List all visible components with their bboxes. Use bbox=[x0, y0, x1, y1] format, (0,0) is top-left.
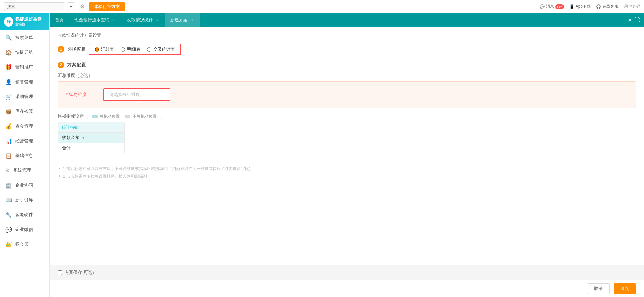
gift-icon: 🎁 bbox=[5, 64, 12, 70]
section1-number: 1 bbox=[58, 46, 64, 53]
tab-cashflow-label: 现金银行流水查询 bbox=[74, 17, 109, 23]
legend-draggable-label: 可拖动位置 bbox=[100, 114, 120, 119]
service-item[interactable]: 🎧 在线客服 bbox=[596, 4, 619, 9]
sidebar-item-quicknav[interactable]: 🏠 快捷导航 bbox=[0, 45, 49, 60]
indicator-cell-amount[interactable]: 收款金额 ▼ bbox=[58, 133, 124, 143]
query-button[interactable]: 查询 bbox=[614, 283, 636, 294]
sidebar-item-finance[interactable]: 💰 资金管理 bbox=[0, 119, 49, 134]
vertical-dim-row: * 纵向维度 —— 请选择分组维度 bbox=[66, 88, 628, 101]
section1-title: 选择模板 bbox=[67, 46, 86, 52]
indicator-header-label: 模板指标设定（ bbox=[58, 113, 88, 119]
download-item[interactable]: 📱 App下载 bbox=[569, 4, 591, 9]
tab-expand-icon[interactable]: ⛶ bbox=[635, 17, 640, 23]
sidebar-item-newbie[interactable]: 📖 新手引导 bbox=[0, 193, 49, 207]
tab-right-icons: ✕ ⛶ bbox=[628, 17, 644, 23]
template-options-box: 汇总表 明细表 交叉统计表 bbox=[89, 44, 181, 55]
sidebar-item-system[interactable]: ⚙ 系统管理 bbox=[0, 163, 49, 178]
cancel-button[interactable]: 取消 bbox=[587, 283, 610, 294]
user-icon: 👤 bbox=[5, 79, 12, 85]
tab-cashflow-close[interactable]: × bbox=[111, 18, 116, 22]
main-layout: 好 畅捷通好生意 标准版 🔍 搜索菜单 🏠 快捷导航 🎁 营销推广 👤 销售管理… bbox=[0, 13, 644, 297]
gear-icon: ⚙ bbox=[5, 167, 10, 174]
tab-new-plan-close[interactable]: × bbox=[190, 18, 195, 22]
sidebar-label-inventory: 库存核算 bbox=[15, 108, 33, 114]
save-checkbox[interactable] bbox=[58, 270, 62, 275]
tab-cashflow[interactable]: 现金银行流水查询 × bbox=[69, 13, 121, 27]
user-info[interactable]: 用户名称 bbox=[624, 4, 640, 9]
crown-icon: 👑 bbox=[5, 241, 12, 248]
sidebar-label-sales: 销售管理 bbox=[15, 79, 33, 85]
radio-cross[interactable] bbox=[147, 47, 151, 52]
tab-close-icon[interactable]: ✕ bbox=[628, 17, 632, 23]
sidebar-item-wechat[interactable]: 💬 企业微信 bbox=[0, 222, 49, 237]
option-summary[interactable]: 汇总表 bbox=[95, 46, 114, 52]
radio-detail[interactable] bbox=[121, 47, 125, 52]
section-template: 1 选择模板 汇总表 明细表 bbox=[58, 44, 636, 55]
sidebar-item-operations[interactable]: 📊 经营管理 bbox=[0, 134, 49, 148]
top-bar: ▾ ⚙ 取消 体验行业方案 💬 消息 99+ 📱 App下载 🎧 在线客服 用户… bbox=[0, 0, 644, 13]
tab-receipt[interactable]: 收款情况统计 × bbox=[121, 13, 165, 27]
arrow-icon: —— bbox=[91, 92, 99, 97]
logo-sub: 标准版 bbox=[15, 22, 42, 27]
sidebar-item-marketing[interactable]: 🎁 营销推广 bbox=[0, 60, 49, 75]
sidebar-label-operations: 经营管理 bbox=[15, 138, 33, 144]
tab-bar: 首页 现金银行流水查询 × 收款情况统计 × 新建方案 × ✕ ⛶ bbox=[50, 13, 644, 27]
section2-title: 方案配置 bbox=[67, 62, 86, 68]
top-bar-left: ▾ ⚙ 取消 体验行业方案 bbox=[4, 2, 125, 11]
legend-fixed: 不可拖动位置 bbox=[125, 114, 157, 119]
sidebar-item-basics[interactable]: 📋 基础信息 bbox=[0, 148, 49, 163]
indicator-table-header: 统计指标 bbox=[58, 122, 124, 133]
sidebar-item-purchase[interactable]: 🛒 采购管理 bbox=[0, 89, 49, 104]
save-section: 方案保存(可选) bbox=[50, 265, 644, 280]
top-dropdown-button[interactable]: ▾ bbox=[67, 2, 75, 11]
tab-new-plan-label: 新建方案 bbox=[170, 17, 188, 23]
radio-summary[interactable] bbox=[95, 47, 99, 52]
sidebar-item-hardware[interactable]: 🔧 智能硬件 bbox=[0, 207, 49, 222]
message-label: 消息 bbox=[546, 4, 554, 9]
chat-icon: 💬 bbox=[5, 227, 12, 233]
page-content: 收款情况统计方案设置 1 选择模板 汇总表 bbox=[50, 27, 644, 280]
box-icon: 📦 bbox=[5, 108, 12, 115]
sidebar-item-corp[interactable]: 🏢 企业协同 bbox=[0, 178, 49, 193]
service-icon: 🎧 bbox=[596, 4, 601, 9]
label-summary: 汇总表 bbox=[101, 46, 114, 52]
sidebar-item-inventory[interactable]: 📦 库存核算 bbox=[0, 104, 49, 119]
sidebar-label-quicknav: 快捷导航 bbox=[15, 49, 33, 55]
fixed-box-icon bbox=[125, 115, 130, 118]
settings-icon[interactable]: ⚙ bbox=[78, 2, 87, 11]
indicator-cell-total: 合计 bbox=[58, 143, 124, 153]
chevron-down-icon: ▼ bbox=[82, 136, 85, 140]
download-icon: 📱 bbox=[569, 4, 574, 9]
tab-receipt-close[interactable]: × bbox=[155, 18, 160, 22]
sidebar-label-member: 畅会员 bbox=[15, 241, 29, 247]
sidebar-item-search[interactable]: 🔍 搜索菜单 bbox=[0, 30, 49, 45]
logo-icon: 好 bbox=[4, 17, 13, 27]
top-search-input[interactable] bbox=[4, 2, 64, 11]
tab-home[interactable]: 首页 bbox=[50, 13, 69, 27]
draggable-box-icon bbox=[92, 115, 98, 118]
amount-label: 收款金额 bbox=[62, 135, 79, 141]
sidebar-item-member[interactable]: 👑 畅会员 bbox=[0, 237, 49, 252]
sidebar-item-sales[interactable]: 👤 销售管理 bbox=[0, 75, 49, 89]
config-section: 汇总维度（必选） * 纵向维度 —— 请选择分组维度 bbox=[58, 72, 636, 180]
industry-button[interactable]: 体验行业方案 bbox=[89, 2, 125, 11]
label-cross: 交叉统计表 bbox=[153, 46, 175, 52]
tip1: 1.拖动标题栏可以调整布局，不可跨维度或指标区域拖动栏目字段(只能在同一维度或指… bbox=[58, 165, 636, 173]
download-label: App下载 bbox=[576, 4, 591, 9]
indicator-header-row: 模板指标设定（ 可拖动位置 不可拖动位置 bbox=[58, 113, 636, 119]
section2-number: 2 bbox=[58, 62, 64, 68]
home-icon: 🏠 bbox=[5, 49, 12, 56]
dim-select-box[interactable]: 请选择分组维度 bbox=[103, 88, 170, 101]
option-cross[interactable]: 交叉统计表 bbox=[147, 46, 175, 52]
option-detail[interactable]: 明细表 bbox=[121, 46, 140, 52]
indicator-section: 模板指标设定（ 可拖动位置 不可拖动位置 bbox=[58, 113, 636, 154]
section1-header: 1 选择模板 汇总表 明细表 bbox=[58, 44, 636, 55]
content-area: 首页 现金银行流水查询 × 收款情况统计 × 新建方案 × ✕ ⛶ bbox=[50, 13, 644, 297]
dimension-area: * 纵向维度 —— 请选择分组维度 bbox=[58, 81, 636, 108]
save-label: 方案保存(可选) bbox=[65, 269, 94, 276]
tab-receipt-label: 收款情况统计 bbox=[127, 17, 153, 23]
building-icon: 🏢 bbox=[5, 182, 12, 189]
sidebar-label-finance: 资金管理 bbox=[15, 123, 33, 129]
tab-new-plan[interactable]: 新建方案 × bbox=[165, 13, 200, 27]
message-item[interactable]: 💬 消息 99+ bbox=[540, 4, 564, 9]
